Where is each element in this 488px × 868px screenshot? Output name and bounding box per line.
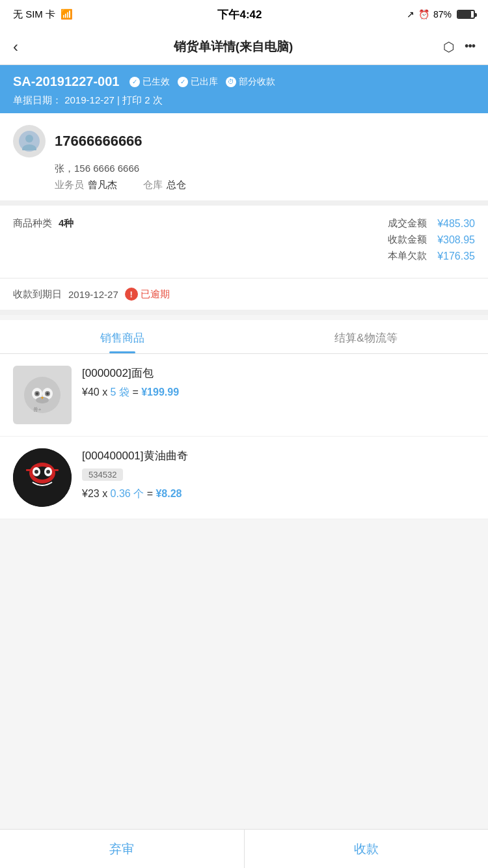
overdue-text: 已逾期: [141, 288, 170, 301]
nav-bar: ‹ 销货单详情(来自电脑) ⬡ •••: [0, 29, 488, 65]
product-qty-1: 5: [111, 387, 116, 398]
nav-actions: ⬡ •••: [443, 39, 475, 55]
badge-shipped: ✓ 已出库: [178, 76, 218, 88]
product-info-2: [000400001]黄油曲奇 534532 ¥23 x 0.36 个 = ¥8…: [82, 448, 475, 501]
warehouse-label: 仓库: [143, 179, 163, 191]
page-title: 销货单详情(来自电脑): [174, 38, 293, 55]
more-icon[interactable]: •••: [465, 40, 475, 53]
product-type-item: 商品种类 4种: [13, 217, 74, 230]
badge-partial-payment: ⏱ 部分收款: [226, 76, 275, 88]
avatar-icon: [19, 131, 40, 152]
customer-section: 17666666666 张，156 6666 6666 业务员 曾凡杰 仓库 总…: [0, 113, 488, 200]
debt-amount-row: 本单欠款 ¥176.35: [388, 250, 475, 262]
svg-text:兽+: 兽+: [33, 407, 42, 413]
due-label: 收款到期日: [13, 288, 62, 301]
customer-phone: 张，156 6666 6666: [55, 163, 475, 175]
debt-label: 本单欠款: [388, 250, 427, 262]
product-name-1: [0000002]面包: [82, 366, 475, 381]
summary-section: 商品种类 4种 成交金额 ¥485.30 收款金额 ¥308.95 本单欠款 ¥…: [0, 206, 488, 278]
collect-payment-button[interactable]: 收款: [245, 830, 489, 868]
product-thumb-2: [13, 448, 72, 507]
product-sku-2: 534532: [82, 468, 123, 481]
customer-id: 17666666666: [55, 133, 142, 150]
status-bar: 无 SIM 卡 📶 下午4:42 ↗ ⏰ 87%: [0, 0, 488, 29]
warehouse-meta: 仓库 总仓: [143, 179, 186, 191]
badge-activated: ✓ 已生效: [129, 76, 170, 88]
tab-sales-products[interactable]: 销售商品: [0, 320, 244, 353]
carrier-text: 无 SIM 卡: [13, 8, 55, 21]
due-date: 2019-12-27: [68, 289, 118, 300]
check-icon-2: ✓: [178, 77, 188, 87]
thumb-circular-2: [13, 448, 72, 507]
avatar: [13, 125, 46, 157]
status-right: ↗ ⏰ 87%: [407, 9, 475, 20]
svg-rect-19: [26, 469, 33, 471]
receipt-amount-row: 收款金额 ¥308.95: [388, 234, 475, 246]
product-price-2: ¥23 x 0.36 个 = ¥8.28: [82, 487, 475, 501]
location-icon: ↗: [407, 9, 414, 20]
customer-meta: 业务员 曾凡杰 仓库 总仓: [55, 179, 475, 191]
deal-label: 成交金额: [388, 217, 427, 230]
product-info-1: [0000002]面包 ¥40 x 5 袋 = ¥199.99: [82, 366, 475, 400]
receipt-label: 收款金额: [388, 234, 427, 246]
overdue-icon: !: [125, 288, 138, 301]
divider-1: [0, 200, 488, 206]
clock-icon: ⏱: [226, 77, 236, 87]
tabs-row: 销售商品 结算&物流等: [0, 320, 488, 354]
product-type-count: 4种: [59, 217, 74, 230]
order-date: 2019-12-27: [64, 94, 115, 105]
order-date-row: 单据日期： 2019-12-27 | 打印 2 次: [13, 94, 475, 107]
svg-point-7: [36, 392, 38, 395]
tab-settlement[interactable]: 结算&物流等: [244, 320, 488, 353]
product-price-1: ¥40 x 5 袋 = ¥199.99: [82, 386, 475, 400]
summary-right: 成交金额 ¥485.30 收款金额 ¥308.95 本单欠款 ¥176.35: [388, 217, 475, 266]
customer-row: 17666666666: [13, 125, 475, 157]
check-icon-1: ✓: [129, 77, 140, 87]
svg-point-2: [24, 377, 61, 413]
reject-audit-button[interactable]: 弃审: [0, 830, 245, 868]
share-icon[interactable]: ⬡: [443, 39, 454, 55]
product-total-2: ¥8.28: [156, 488, 182, 499]
alarm-icon: ⏰: [418, 9, 429, 20]
sales-meta: 业务员 曾凡杰: [55, 179, 117, 191]
order-badges: ✓ 已生效 ✓ 已出库 ⏱ 部分收款: [129, 76, 275, 88]
deal-amount: ¥485.30: [437, 218, 475, 230]
svg-rect-20: [52, 469, 59, 471]
product-name-2: [000400001]黄油曲奇: [82, 448, 475, 463]
product-total-1: ¥199.99: [141, 387, 179, 398]
sales-label: 业务员: [55, 179, 84, 191]
product-thumb-1: 兽+: [13, 366, 72, 424]
svg-point-0: [25, 135, 33, 142]
divider-2: [0, 310, 488, 315]
svg-point-8: [46, 392, 49, 395]
order-id: SA-20191227-001: [13, 74, 119, 89]
product-qty-2: 0.36: [111, 488, 131, 499]
deal-amount-row: 成交金额 ¥485.30: [388, 217, 475, 230]
back-button[interactable]: ‹: [13, 35, 23, 59]
wifi-icon: 📶: [61, 8, 73, 20]
product-list: 兽+ [0000002]面包 ¥40 x 5 袋 = ¥199.99: [0, 354, 488, 519]
product-type-label: 商品种类: [13, 217, 52, 230]
product-item-2: [000400001]黄油曲奇 534532 ¥23 x 0.36 个 = ¥8…: [0, 437, 488, 519]
warehouse-name: 总仓: [167, 179, 186, 191]
battery-bar: [457, 10, 475, 19]
debt-amount: ¥176.35: [437, 251, 475, 262]
product-item-1: 兽+ [0000002]面包 ¥40 x 5 袋 = ¥199.99: [0, 354, 488, 437]
overdue-badge: ! 已逾期: [125, 288, 170, 301]
summary-left: 商品种类 4种: [13, 217, 74, 232]
sales-name: 曾凡杰: [88, 179, 117, 191]
svg-point-17: [34, 470, 38, 474]
print-count: 2: [144, 94, 150, 105]
header-banner: SA-20191227-001 ✓ 已生效 ✓ 已出库 ⏱ 部分收款 单据日期：…: [0, 65, 488, 113]
summary-grid: 商品种类 4种 成交金额 ¥485.30 收款金额 ¥308.95 本单欠款 ¥…: [13, 217, 475, 266]
thumb-placeholder-1: 兽+: [13, 366, 72, 424]
receipt-amount: ¥308.95: [437, 234, 475, 246]
battery-text: 87%: [433, 9, 452, 20]
svg-point-1: [22, 144, 36, 150]
bottom-bar: 弃审 收款: [0, 829, 488, 868]
svg-point-18: [46, 470, 50, 474]
status-time: 下午4:42: [217, 7, 262, 22]
due-date-section: 收款到期日 2019-12-27 ! 已逾期: [0, 278, 488, 310]
tabs-section: 销售商品 结算&物流等: [0, 320, 488, 354]
status-left: 无 SIM 卡 📶: [13, 8, 73, 21]
